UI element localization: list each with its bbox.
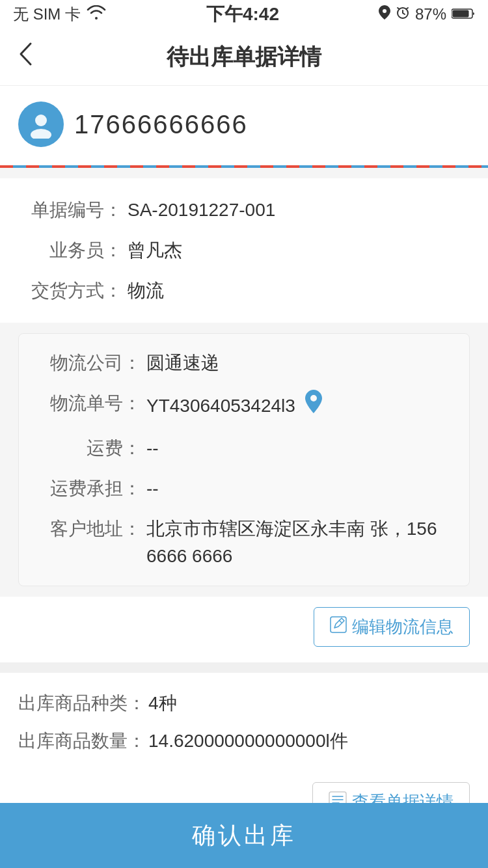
freight-bearer-row: 运费承担： -- [37, 475, 451, 502]
status-bar: 无 SIM 卡 下午4:42 87% [0, 0, 488, 29]
product-types-label: 出库商品种类： [18, 691, 148, 716]
freight-bearer-value: -- [146, 475, 451, 502]
logistics-company-label: 物流公司： [37, 349, 141, 377]
address-row: 客户地址： 北京市市辖区海淀区永丰南 张，156 6666 6666 [37, 515, 451, 570]
alarm-icon [396, 5, 410, 23]
svg-rect-5 [331, 617, 346, 632]
edit-btn-row: 编辑物流信息 [0, 597, 488, 662]
status-time: 下午4:42 [206, 2, 279, 27]
status-left: 无 SIM 卡 [13, 4, 107, 25]
product-section: 出库商品种类： 4种 出库商品数量： 14.620000000000000l件 [0, 673, 488, 772]
confirm-button-label: 确认出库 [192, 820, 296, 852]
delivery-method-label: 交货方式： [18, 277, 122, 305]
user-header: 17666666666 [0, 86, 488, 163]
product-types-row: 出库商品种类： 4种 [18, 691, 470, 716]
svg-point-4 [31, 129, 51, 139]
page-title: 待出库单据详情 [167, 42, 321, 72]
logistics-company-row: 物流公司： 圆通速递 [37, 349, 451, 377]
staff-row: 业务员： 曾凡杰 [18, 237, 470, 264]
dashed-separator [0, 163, 488, 168]
svg-point-3 [35, 115, 47, 126]
user-phone: 17666666666 [74, 110, 248, 139]
freight-row: 运费： -- [37, 435, 451, 462]
freight-value: -- [146, 435, 451, 462]
delivery-method-value: 物流 [128, 277, 470, 305]
address-value: 北京市市辖区海淀区永丰南 张，156 6666 6666 [146, 515, 451, 570]
back-button[interactable] [18, 42, 33, 72]
address-label: 客户地址： [37, 515, 141, 543]
status-right: 87% [379, 5, 475, 23]
doc-no-row: 单据编号： SA-20191227-001 [18, 197, 470, 224]
tracking-location-icon[interactable] [303, 390, 324, 422]
location-icon [379, 5, 390, 23]
main-content: 17666666666 单据编号： SA-20191227-001 业务员： 曾… [0, 86, 488, 868]
staff-label: 业务员： [18, 237, 122, 264]
tracking-no-label: 物流单号： [37, 390, 141, 417]
doc-no-label: 单据编号： [18, 197, 122, 224]
battery-icon [452, 5, 475, 23]
freight-label: 运费： [37, 435, 141, 462]
tracking-no-row: 物流单号： YT43064053424l3 [37, 390, 451, 422]
doc-no-value: SA-20191227-001 [128, 197, 470, 224]
tracking-no-value: YT43064053424l3 [146, 390, 451, 422]
confirm-bar[interactable]: 确认出库 [0, 803, 488, 868]
product-types-value: 4种 [148, 691, 177, 716]
staff-value: 曾凡杰 [128, 237, 470, 264]
delivery-method-row: 交货方式： 物流 [18, 277, 470, 305]
wifi-icon [86, 5, 107, 23]
product-quantity-label: 出库商品数量： [18, 729, 148, 753]
product-quantity-value: 14.620000000000000l件 [148, 729, 348, 753]
logistics-company-value: 圆通速递 [146, 349, 451, 377]
freight-bearer-label: 运费承担： [37, 475, 141, 502]
edit-logistics-label: 编辑物流信息 [352, 616, 454, 638]
product-quantity-row: 出库商品数量： 14.620000000000000l件 [18, 729, 470, 753]
edit-logistics-button[interactable]: 编辑物流信息 [314, 607, 470, 647]
section-divider-1 [0, 662, 488, 673]
logistics-card: 物流公司： 圆通速递 物流单号： YT43064053424l3 运费： -- … [18, 333, 470, 586]
avatar [18, 102, 64, 147]
battery-text: 87% [415, 5, 446, 23]
base-info-section: 单据编号： SA-20191227-001 业务员： 曾凡杰 交货方式： 物流 [0, 178, 488, 323]
svg-rect-2 [452, 10, 468, 18]
edit-icon [330, 616, 347, 638]
carrier-text: 无 SIM 卡 [13, 4, 81, 25]
nav-bar: 待出库单据详情 [0, 29, 488, 86]
